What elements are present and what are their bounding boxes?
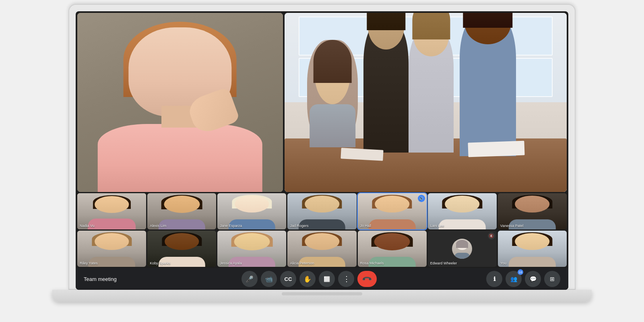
toolbar: Team meeting 🎤 📹 CC [76,268,568,290]
toolbar-center-controls: 🎤 📹 CC ✋ [132,271,486,287]
more-icon: ⋮ [343,275,350,283]
video-call-interface: Nadia Vu Alexis Lim [76,11,568,290]
meeting-info-button[interactable]: ℹ [486,271,502,287]
mic-icon: 🎤 [246,275,254,283]
thumb-name-jad: Jad Rogers [290,224,308,228]
more-options-button[interactable]: ⋮ [338,271,354,287]
thumb-name-jo: Jo Hall [360,224,372,228]
microphone-button[interactable]: 🎤 [242,271,258,287]
laptop-screen: Nadia Vu Alexis Lim [76,11,568,290]
activities-icon: ⊞ [550,276,555,282]
meeting-title: Team meeting [84,276,132,282]
thumb-name-alicia: Alicia Peterson [290,261,314,265]
thumbnail-edward-wheeler[interactable]: 🔇 Edward Wheeler [428,231,497,267]
thumb-name-alexis: Alexis Lim [150,224,166,228]
end-call-button[interactable]: 📞 [357,271,377,287]
raise-hand-icon: ✋ [303,275,312,283]
thumb-name-jessica: Jessica Ayala [220,261,242,265]
thumbnail-jad-rogers[interactable]: Jad Rogers [287,193,356,229]
main-video-right[interactable] [285,13,567,192]
people-button-wrap: 👥 16 [506,271,522,287]
muted-icon-edward: 🔇 [488,232,495,239]
raise-hand-button[interactable]: ✋ [299,271,316,287]
thumbnail-you[interactable]: You [498,231,567,267]
thumbnail-jo-hall[interactable]: 🔊 Jo Hall [358,193,427,229]
thumb-name-lani: Lani Lee [430,224,444,228]
thumbnail-koby-sparks[interactable]: Koby Sparks [147,231,216,267]
captions-icon: CC [285,276,292,282]
present-icon: ⬜ [324,276,330,282]
toolbar-right-controls: ℹ 👥 16 💬 [486,271,560,287]
thumb-name-koby: Koby Sparks [150,261,170,265]
thumb-name-riley: Riley Yates [80,261,98,265]
present-button[interactable]: ⬜ [319,271,335,287]
participants-badge: 16 [518,269,523,275]
thumbnail-rosa-michaels[interactable]: Rosa Michaels [358,231,427,267]
thumbnail-alexis-lim[interactable]: Alexis Lim [147,193,216,229]
camera-button[interactable]: 📹 [261,271,277,287]
main-video-area [76,11,568,192]
info-icon: ℹ [493,276,495,282]
thumbnail-jessica-ayala[interactable]: Jessica Ayala [217,231,286,267]
thumb-name-edward: Edward Wheeler [430,261,457,265]
laptop-lid: Nadia Vu Alexis Lim [68,4,576,290]
thumbnail-alicia-peterson[interactable]: Alicia Peterson [287,231,356,267]
thumbnail-vanessa-patel[interactable]: Vanessa Patel [498,193,567,229]
activities-button[interactable]: ⊞ [544,271,560,287]
chat-icon: 💬 [530,276,537,282]
thumbnail-riley-yates[interactable]: Riley Yates [77,231,146,267]
thumb-name-you: You [500,261,506,265]
laptop-frame: Nadia Vu Alexis Lim [44,4,600,318]
thumbnail-nadia-vu[interactable]: Nadia Vu [77,193,146,229]
thumb-name-rosa: Rosa Michaels [360,261,384,265]
main-video-left[interactable] [77,13,283,192]
captions-button[interactable]: CC [280,271,296,287]
chat-button[interactable]: 💬 [525,271,541,287]
speaking-icon-jo: 🔊 [418,195,425,202]
laptop-base [52,290,592,302]
camera-icon: 📹 [265,275,273,283]
thumb-name-vanessa: Vanessa Patel [500,224,523,228]
end-call-icon: 📞 [361,273,373,285]
people-icon: 👥 [510,276,517,282]
thumbnail-row-1: Nadia Vu Alexis Lim [77,193,567,229]
thumbnail-row-2: Riley Yates Koby Sparks [77,231,567,267]
thumb-name-jane: Jane Esparza [220,224,242,228]
thumbnail-lani-lee[interactable]: Lani Lee [428,193,497,229]
thumbnail-strip: Nadia Vu Alexis Lim [76,192,568,268]
thumbnail-jane-esparza[interactable]: Jane Esparza [217,193,286,229]
thumb-name-nadia: Nadia Vu [80,224,95,228]
